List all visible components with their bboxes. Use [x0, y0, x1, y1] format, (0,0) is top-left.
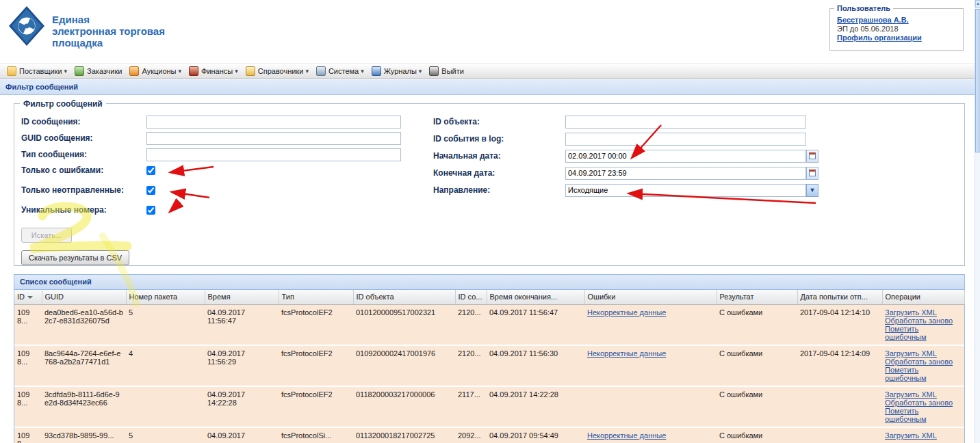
cell-id: 1098... [14, 345, 42, 386]
operation-link[interactable]: Обработать заново [885, 317, 962, 325]
operation-link[interactable]: Обработать заново [885, 399, 962, 407]
end-date-calendar-button[interactable] [806, 167, 818, 180]
menu-item-label: Аукционы [142, 67, 176, 75]
brand-title: Единая электронная торговая площадка [52, 14, 165, 49]
menu-bar: Поставщики▾ЗаказчикиАукционы▾Финансы▾Спр… [0, 63, 980, 79]
search-button[interactable]: Искать... [21, 228, 72, 243]
operation-link[interactable]: Обработать заново [885, 358, 962, 366]
filter-panel: Фильтр сообщений ID сообщения: GUID сооб… [14, 103, 965, 266]
operation-link[interactable]: Загрузить XML [885, 390, 962, 399]
start-date-input[interactable] [565, 150, 806, 163]
user-name-link[interactable]: Бесстрашнова А.В. [837, 16, 956, 24]
app-logo-icon [8, 5, 45, 48]
cell-time: 04.09.2017 11:56:29 [205, 345, 279, 386]
cell-id: 1098... [14, 304, 42, 345]
journals-icon [372, 66, 381, 76]
column-header-11[interactable]: Дата попытки отп... [797, 290, 882, 304]
results-table-body: 1098...dea0bed6-ea10-a56d-b2c7-e831d3260… [14, 304, 964, 443]
cell-operations: Загрузить XMLОбработать зановоПометить о… [882, 304, 964, 345]
menu-item-system[interactable]: Система▾ [313, 65, 369, 77]
unique-numbers-checkbox[interactable] [146, 206, 155, 215]
operation-link[interactable]: Пометить ошибочным [885, 325, 962, 341]
scrollbar-thumb[interactable] [975, 9, 980, 152]
operation-link[interactable]: Пометить ошибочным [885, 366, 962, 382]
column-header-8[interactable]: Время окончания... [487, 290, 584, 304]
direction-select[interactable] [565, 184, 806, 197]
certificate-expiry: ЭП до 05.06.2018 [837, 25, 956, 33]
cell-operations: Загрузить XMLОбработать зановоПометить о… [882, 386, 964, 427]
vertical-scrollbar[interactable]: ▲ [975, 0, 980, 443]
column-header-9[interactable]: Ошибки [584, 290, 717, 304]
cell-end-time: 04.09.2017 11:56:47 [487, 304, 584, 345]
column-header-4[interactable]: Время [205, 290, 279, 304]
message-type-input[interactable] [146, 148, 401, 161]
error-details-link[interactable]: Некорректные данные [587, 431, 666, 440]
column-header-3[interactable]: Номер пакета [126, 290, 205, 304]
column-header-5[interactable]: Тип [279, 290, 353, 304]
cell-packet-number: 4 [126, 345, 205, 386]
directories-icon [246, 66, 255, 76]
log-event-id-label: ID события в log: [433, 134, 565, 144]
column-header-1[interactable]: ID [14, 290, 42, 304]
cell-type: fcsProtocolEF2 [279, 345, 353, 386]
operation-link[interactable]: Загрузить XML [885, 431, 962, 440]
message-id-input[interactable] [146, 116, 401, 129]
operation-link[interactable]: Загрузить XML [885, 349, 962, 358]
cell-guid: 93cd378b-9895-99... [42, 427, 126, 443]
table-row: 1098...3cdfda9b-8111-6d6e-9e2d-8d34f423e… [14, 386, 964, 427]
error-details-link[interactable]: Некорректные данные [587, 308, 666, 317]
scroll-up-arrow-icon[interactable]: ▲ [975, 0, 980, 8]
column-header-6[interactable]: ID объекта [353, 290, 455, 304]
menu-item-suppliers[interactable]: Поставщики▾ [4, 65, 72, 77]
brand-line-3: площадка [52, 37, 165, 49]
column-header-10[interactable]: Результат [717, 290, 797, 304]
cell-object-id: 0101200009517002321 [353, 304, 455, 345]
results-header-row: IDGUIDНомер пакетаВремяТипID объектаID с… [14, 290, 964, 304]
cell-type: fcsProtocolSi... [279, 427, 353, 443]
errors-only-label: Только с ошибками: [21, 165, 146, 175]
menu-item-directories[interactable]: Справочники▾ [243, 65, 313, 77]
error-details-link[interactable]: Некорректные данные [587, 349, 666, 358]
object-id-input[interactable] [565, 116, 806, 129]
errors-only-checkbox[interactable] [146, 166, 155, 175]
messages-table: IDGUIDНомер пакетаВремяТипID объектаID с… [14, 290, 965, 443]
menu-item-exit[interactable]: Выйти [426, 65, 469, 77]
org-profile-link[interactable]: Профиль организации [837, 33, 956, 42]
sort-arrow-icon [27, 296, 33, 299]
download-csv-button[interactable]: Скачать результаты в CSV [21, 250, 129, 265]
cell-time: 04.09.2017 14:22:28 [205, 386, 279, 427]
menu-item-finance[interactable]: Финансы▾ [186, 65, 243, 77]
menu-item-journals[interactable]: Журналы▾ [369, 65, 427, 77]
page-title: Фильтр сообщений [0, 79, 975, 95]
cell-result: С ошибками [717, 345, 797, 386]
cell-result: С ошибками [717, 386, 797, 427]
cell-packet-number: 5 [126, 427, 205, 443]
operation-link[interactable]: Пометить ошибочным [885, 407, 962, 423]
cell-event-id: 2092... [455, 427, 487, 443]
message-id-label: ID сообщения: [21, 117, 146, 126]
cell-event-id: 2117... [455, 386, 487, 427]
start-date-calendar-button[interactable] [806, 150, 818, 163]
menu-item-customers[interactable]: Заказчики [72, 65, 127, 77]
direction-dropdown-trigger[interactable]: ▼ [806, 184, 818, 197]
column-header-12[interactable]: Операции [882, 290, 964, 304]
column-header-2[interactable]: GUID [42, 290, 126, 304]
cell-errors [584, 386, 717, 427]
column-header-7[interactable]: ID со... [455, 290, 487, 304]
log-event-id-input[interactable] [565, 133, 806, 146]
end-date-input[interactable] [565, 167, 806, 180]
calendar-icon [809, 170, 816, 176]
cell-end-time: 04.09.2017 14:22:28 [487, 386, 584, 427]
auctions-icon [129, 66, 139, 76]
operation-link[interactable]: Загрузить XML [885, 308, 962, 317]
direction-label: Направление: [433, 185, 565, 195]
menu-item-auctions[interactable]: Аукционы▾ [127, 65, 186, 77]
message-guid-label: GUID сообщения: [21, 133, 146, 143]
chevron-down-icon: ▾ [419, 68, 422, 75]
results-title: Список сообщений [14, 275, 964, 290]
unsent-only-checkbox[interactable] [146, 186, 155, 195]
message-guid-input[interactable] [146, 132, 401, 145]
results-panel: Список сообщений IDGUIDНомер пакетаВремя… [14, 274, 965, 443]
cell-operations: Загрузить XMLОбработать зановоПометить о… [882, 345, 964, 386]
cell-event-id: 2120... [455, 345, 487, 386]
